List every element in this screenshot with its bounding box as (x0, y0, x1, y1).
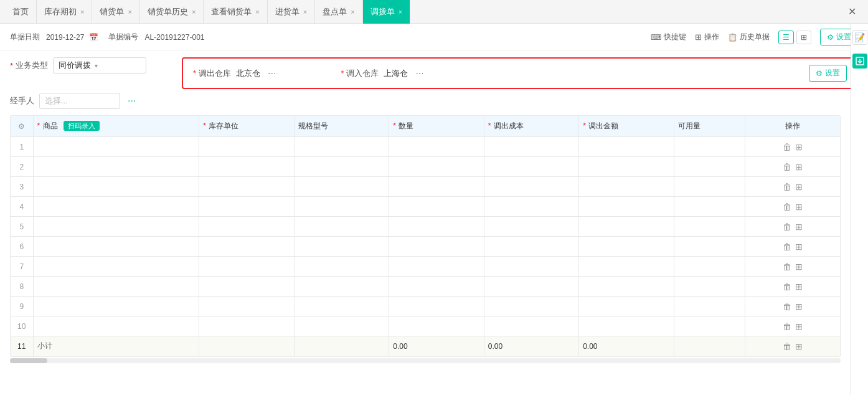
cell-quantity[interactable] (389, 277, 484, 297)
cell-transfer-cost[interactable] (484, 297, 578, 316)
tab-stocktaking-close[interactable]: × (351, 8, 354, 16)
calendar-icon[interactable]: 📅 (89, 33, 98, 42)
tab-view-sales[interactable]: 查看销货单 × (204, 0, 267, 24)
tab-sales-order-close[interactable]: × (128, 8, 131, 16)
cell-quantity[interactable] (389, 157, 484, 177)
delete-icon-button[interactable]: 🗑 (783, 162, 791, 172)
transfer-in-more-button[interactable]: ··· (413, 68, 426, 79)
cell-product[interactable] (33, 257, 199, 277)
cell-transfer-cost[interactable] (484, 197, 578, 217)
cell-spec[interactable] (294, 277, 389, 297)
cell-transfer-cost[interactable] (484, 157, 578, 177)
copy-icon-button[interactable]: ⊞ (795, 222, 803, 232)
cell-transfer-cost[interactable] (484, 177, 578, 197)
tab-sales-history[interactable]: 销货单历史 × (140, 0, 204, 24)
window-close-button[interactable]: ✕ (841, 0, 863, 24)
warehouse-settings-button[interactable]: ⚙ 设置 (809, 65, 847, 82)
copy-icon-button[interactable]: ⊞ (795, 162, 803, 172)
delete-icon-button[interactable]: 🗑 (783, 321, 791, 331)
delete-icon-button[interactable]: 🗑 (783, 142, 791, 152)
cell-spec[interactable] (294, 257, 389, 277)
operations-button[interactable]: ⊞ 操作 (695, 32, 719, 42)
cell-unit[interactable] (199, 257, 294, 277)
cell-product[interactable] (33, 237, 199, 257)
tab-stocktaking[interactable]: 盘点单 × (315, 0, 362, 24)
operator-more-button[interactable]: ··· (125, 95, 138, 107)
cell-quantity[interactable] (389, 316, 484, 336)
delete-icon-button[interactable]: 🗑 (783, 282, 791, 292)
delete-icon-button[interactable]: 🗑 (783, 341, 791, 351)
cell-quantity[interactable] (389, 297, 484, 316)
cell-unit[interactable] (199, 177, 294, 197)
tab-purchase-order[interactable]: 进货单 × (268, 0, 315, 24)
cell-product[interactable] (33, 297, 199, 316)
cell-unit[interactable] (199, 217, 294, 237)
delete-icon-button[interactable]: 🗑 (783, 202, 791, 212)
scrollbar-thumb[interactable] (10, 358, 47, 363)
cell-unit[interactable] (199, 157, 294, 177)
cell-transfer-amount[interactable] (579, 297, 674, 316)
shortcuts-button[interactable]: ⌨ 快捷键 (651, 32, 686, 42)
cell-unit[interactable] (199, 237, 294, 257)
cell-product[interactable] (33, 157, 199, 177)
cell-product[interactable] (33, 137, 199, 157)
transfer-in-value[interactable]: 上海仓 (384, 68, 408, 79)
cell-spec[interactable] (294, 237, 389, 257)
copy-icon-button[interactable]: ⊞ (795, 282, 803, 292)
cell-transfer-cost[interactable] (484, 277, 578, 297)
copy-icon-button[interactable]: ⊞ (795, 202, 803, 212)
cell-quantity[interactable] (389, 257, 484, 277)
cell-unit[interactable] (199, 316, 294, 336)
cell-quantity[interactable] (389, 217, 484, 237)
tab-sales-order[interactable]: 销货单 × (92, 0, 139, 24)
cell-transfer-amount[interactable] (579, 277, 674, 297)
cell-spec[interactable] (294, 316, 389, 336)
cell-quantity[interactable] (389, 137, 484, 157)
cell-transfer-amount[interactable] (579, 137, 674, 157)
tab-transfer-order-close[interactable]: × (399, 8, 402, 16)
export-icon-button[interactable] (852, 54, 867, 69)
transfer-out-more-button[interactable]: ··· (265, 68, 278, 79)
delete-icon-button[interactable]: 🗑 (783, 302, 791, 312)
cell-spec[interactable] (294, 137, 389, 157)
copy-icon-button[interactable]: ⊞ (795, 302, 803, 312)
cell-product[interactable] (33, 316, 199, 336)
tab-home[interactable]: 首页 (5, 0, 37, 24)
grid-view-button[interactable]: ⊞ (796, 31, 811, 44)
cell-transfer-cost[interactable] (484, 237, 578, 257)
cell-quantity[interactable] (389, 177, 484, 197)
cell-quantity[interactable] (389, 237, 484, 257)
tab-view-sales-close[interactable]: × (255, 8, 259, 16)
delete-icon-button[interactable]: 🗑 (783, 182, 791, 192)
cell-transfer-amount[interactable] (579, 257, 674, 277)
cell-spec[interactable] (294, 177, 389, 197)
barcode-scan-button[interactable]: 扫码录入 (64, 121, 100, 131)
delete-icon-button[interactable]: 🗑 (783, 242, 791, 252)
cell-unit[interactable] (199, 137, 294, 157)
horizontal-scrollbar[interactable] (10, 358, 841, 363)
th-settings[interactable]: ⚙ (11, 116, 33, 137)
cell-transfer-amount[interactable] (579, 177, 674, 197)
operator-select[interactable]: 选择... (39, 93, 120, 109)
cell-product[interactable] (33, 197, 199, 217)
cell-transfer-cost[interactable] (484, 316, 578, 336)
copy-icon-button[interactable]: ⊞ (795, 321, 803, 331)
cell-transfer-cost[interactable] (484, 137, 578, 157)
tab-sales-history-close[interactable]: × (192, 8, 196, 16)
cell-transfer-amount[interactable] (579, 157, 674, 177)
cell-transfer-amount[interactable] (579, 217, 674, 237)
cell-transfer-amount[interactable] (579, 316, 674, 336)
tab-transfer-order[interactable]: 调拨单 × (363, 0, 410, 24)
cell-product[interactable] (33, 177, 199, 197)
transfer-out-value[interactable]: 北京仓 (236, 68, 260, 79)
cell-spec[interactable] (294, 197, 389, 217)
business-type-select[interactable]: 同价调拨 ▾ (53, 57, 146, 74)
cell-product[interactable] (33, 277, 199, 297)
list-view-button[interactable]: ☰ (778, 31, 794, 44)
copy-icon-button[interactable]: ⊞ (795, 182, 803, 192)
copy-icon-button[interactable]: ⊞ (795, 242, 803, 252)
tab-inventory-init-close[interactable]: × (80, 8, 84, 16)
tab-inventory-init[interactable]: 库存期初 × (37, 0, 92, 24)
copy-icon-button[interactable]: ⊞ (795, 142, 803, 152)
cell-transfer-amount[interactable] (579, 197, 674, 217)
